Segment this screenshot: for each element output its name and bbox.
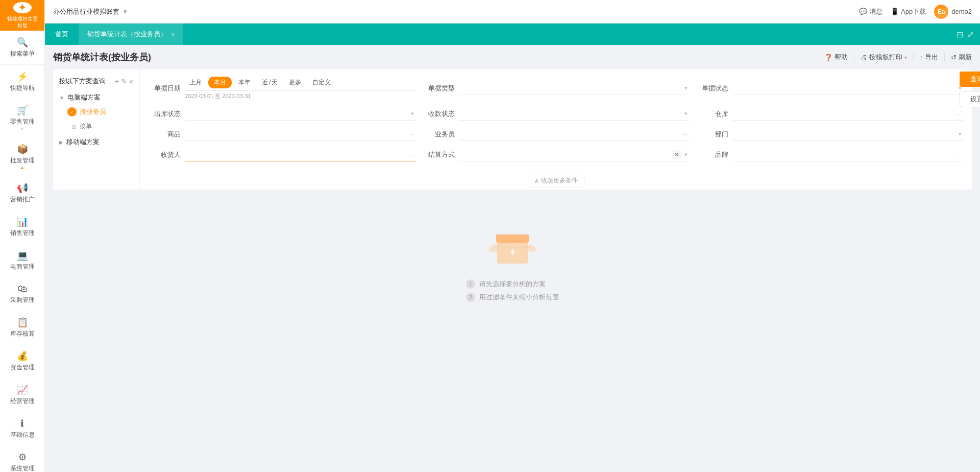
payment-arrow: ▾ (684, 151, 688, 158)
logo-text: 畅捷通好生意标版 (7, 15, 38, 29)
brand-dots[interactable]: ··· (956, 151, 962, 158)
message-icon: 💬 (859, 8, 867, 15)
sidebar-item-search[interactable]: 🔍 搜索菜单 (0, 31, 44, 65)
salesperson-field[interactable]: ··· (459, 128, 690, 141)
receive-status-arrow: ▾ (684, 110, 688, 117)
consignee-field[interactable]: ··· (185, 148, 416, 161)
refresh-button[interactable]: ↺ 刷新 (951, 53, 972, 62)
scheme-by-salesperson[interactable]: ✓ 按业务员 (53, 104, 139, 120)
query-button[interactable]: 查询 (960, 72, 980, 87)
app-logo: ✦ 畅捷通好生意标版 (0, 0, 45, 31)
print-icon: 🖨 (861, 54, 867, 61)
sidebar-item-ecommerce[interactable]: 💻 电商管理 (0, 244, 44, 277)
collapse-icon: ∧ (534, 177, 539, 184)
mobile-group-arrow: ▶ (59, 139, 63, 145)
sidebar-wholesale-label: 批发管理 (10, 156, 35, 165)
sidebar-search-label: 搜索菜单 (10, 50, 35, 58)
system-icon: ⚙ (18, 452, 27, 463)
collapse-row: ∧ 收起更多条件 (140, 174, 972, 187)
date-custom[interactable]: 自定义 (308, 77, 335, 88)
divider1 (854, 53, 854, 61)
user-avatar: Ea (934, 5, 948, 19)
consignee-dots[interactable]: ··· (408, 151, 414, 158)
brand-filter: 品牌 ··· (696, 148, 964, 161)
product-field[interactable]: ··· (185, 128, 416, 141)
payment-filter: 结算方式 × ▾ (422, 148, 690, 161)
user-menu[interactable]: Ea demo2 (934, 5, 972, 19)
salesperson-dots[interactable]: ··· (682, 130, 688, 138)
date-this-year[interactable]: 本年 (234, 77, 255, 88)
tab-home[interactable]: 首页 (45, 23, 79, 45)
payment-field[interactable]: × ▾ (459, 148, 690, 161)
mobile-group-header[interactable]: ▶ 移动端方案 (53, 135, 139, 149)
pc-group-header[interactable]: ▼ 电脑端方案 (53, 91, 139, 104)
date-last-7[interactable]: 近7天 (257, 77, 282, 88)
filter-row-1: 单据日期 上月 本月 本年 近7天 更多 自定义 20 (140, 69, 972, 100)
product-filter: 商品 ··· (148, 128, 416, 141)
sidebar-item-inventory[interactable]: 📋 库存核算 (0, 311, 44, 344)
sidebar-item-marketing[interactable]: 📢 营销推广 (0, 176, 44, 210)
product-dots[interactable]: ··· (408, 130, 414, 138)
date-last-month[interactable]: 上月 (185, 77, 206, 88)
search-icon: 🔍 (17, 37, 28, 48)
pc-scheme-group: ▼ 电脑端方案 ✓ 按业务员 ⊞ 按单 (53, 91, 139, 133)
department-label: 部门 (696, 130, 728, 139)
warehouse-dots[interactable]: ··· (956, 110, 962, 117)
retail-arrow: ▼ (20, 126, 24, 131)
doc-type-label: 单据类型 (422, 84, 455, 93)
header-dropdown-icon[interactable]: ▾ (124, 8, 127, 15)
add-scheme-button[interactable]: + (115, 77, 119, 85)
collapse-button[interactable]: ∧ 收起更多条件 (528, 174, 584, 187)
out-status-select[interactable]: ▾ (185, 107, 416, 121)
app-download-button[interactable]: 📱 App下载 (891, 7, 926, 16)
sidebar-sales-label: 销售管理 (10, 229, 35, 238)
doc-type-arrow: ▾ (684, 85, 688, 91)
sidebar-item-wholesale[interactable]: 📦 批发管理 ▲ (0, 137, 44, 176)
department-arrow: ▾ (959, 131, 962, 137)
doc-type-filter: 单据类型 ▾ (422, 77, 690, 100)
scheme-by-order[interactable]: ⊞ 按单 (53, 120, 139, 133)
edit-scheme-button[interactable]: ✎ (121, 77, 127, 85)
sidebar-item-retail[interactable]: 🛒 零售管理 ▼ (0, 99, 44, 137)
purchase-icon: 🛍 (18, 284, 27, 294)
export-icon: ↑ (920, 54, 923, 61)
sidebar-item-system[interactable]: ⚙ 系统管理 (0, 445, 44, 472)
print-button[interactable]: 🖨 按模板打印 ▾ (861, 53, 907, 62)
receive-status-select[interactable]: ▾ (459, 107, 690, 121)
tab-restore-icon[interactable]: ⊡ (957, 30, 963, 39)
sidebar-item-basic-info[interactable]: ℹ 基础信息 (0, 412, 44, 445)
filter-row-4: 收货人 ··· 结算方式 (140, 141, 972, 168)
collapse-scheme-button[interactable]: « (129, 77, 133, 85)
sidebar-item-finance[interactable]: 💰 资金管理 (0, 344, 44, 378)
consignee-label: 收货人 (148, 150, 181, 159)
inventory-icon: 📋 (17, 317, 28, 328)
sidebar-item-operations[interactable]: 📈 经营管理 (0, 378, 44, 412)
department-field[interactable]: ▾ (732, 128, 964, 141)
warehouse-field[interactable]: ··· (732, 107, 964, 121)
sidebar-item-sales[interactable]: 📊 销售管理 (0, 210, 44, 244)
tab-fullscreen-icon[interactable]: ⤢ (967, 30, 974, 39)
sidebar-item-quick-nav[interactable]: ⚡ 快捷导航 (0, 65, 44, 99)
message-button[interactable]: 💬 消息 (859, 7, 883, 16)
brand-field[interactable]: ··· (732, 148, 964, 161)
date-more[interactable]: 更多 (284, 77, 306, 88)
doc-type-select[interactable]: ▾ (459, 82, 690, 95)
tab-sales-report[interactable]: 销货单统计表（按业务员） × (79, 23, 183, 45)
sidebar: ✦ 畅捷通好生意标版 🔍 搜索菜单 ⚡ 快捷导航 🛒 零售管理 ▼ 📦 批发管理… (0, 0, 45, 472)
date-options: 上月 本月 本年 近7天 更多 自定义 2023-03-01 至 2023-03… (185, 77, 416, 100)
hint-num-2: 2 (466, 293, 475, 302)
print-dropdown-icon[interactable]: ▾ (904, 55, 907, 60)
date-this-month[interactable]: 本月 (208, 77, 232, 88)
divider3 (944, 53, 945, 61)
tab-close-icon[interactable]: × (171, 31, 175, 38)
refresh-icon: ↺ (951, 54, 957, 61)
export-button[interactable]: ↑ 导出 (920, 53, 939, 62)
operations-icon: 📈 (17, 384, 28, 395)
doc-status-select[interactable]: ▾ (732, 82, 964, 95)
settings-button[interactable]: 设置 (960, 91, 980, 107)
out-status-label: 出库状态 (148, 109, 181, 119)
sidebar-system-label: 系统管理 (10, 464, 35, 472)
sales-icon: 📊 (17, 216, 28, 227)
sidebar-item-purchase[interactable]: 🛍 采购管理 (0, 277, 44, 311)
help-button[interactable]: ❓ 帮助 (824, 53, 848, 62)
